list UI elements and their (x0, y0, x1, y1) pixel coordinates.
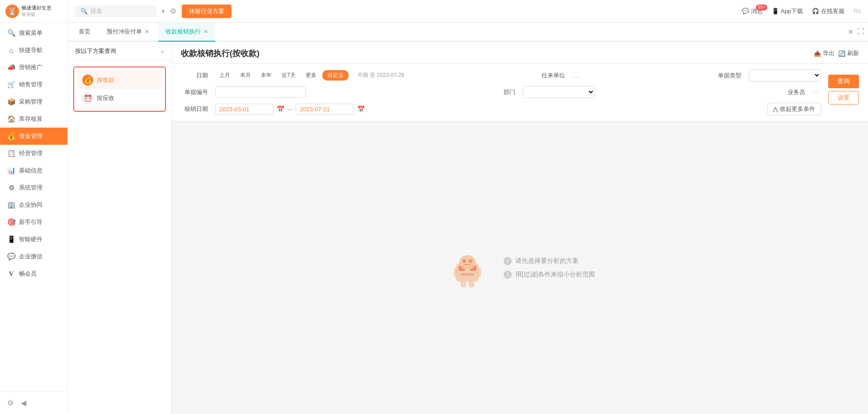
sidebar-item-label: 新手引导 (19, 218, 42, 226)
sidebar-item-hardware[interactable]: 📱 智能硬件 (0, 231, 67, 248)
tab-collection[interactable]: 收款核销执行 ✕ (158, 23, 215, 42)
sidebar-item-label: 采购管理 (19, 98, 42, 106)
sidebar-item-guide[interactable]: 🎯 新手引导 (0, 214, 67, 231)
sidebar-item-label: 经营管理 (19, 149, 42, 157)
start-calendar-icon[interactable]: 📅 (277, 105, 284, 113)
collapse-more-button[interactable]: ⋀ 收起更多条件 (767, 103, 821, 115)
service-icon: 🎧 (812, 8, 819, 14)
svg-point-10 (469, 259, 472, 263)
topbar-search[interactable]: 🔍 搜索 (75, 5, 156, 17)
tab-home[interactable]: 首页 (71, 23, 98, 42)
empty-tip-2: 2 用[过滤]条件来缩小分析范围 (504, 271, 595, 279)
marketing-icon: 📣 (7, 63, 15, 71)
page-title: 收款核销执行(按收款) (181, 48, 259, 59)
empty-text-list: 1 请先选择要分析的方案 2 用[过滤]条件来缩小分析范围 (504, 257, 595, 279)
sidebar-item-wechat[interactable]: 💬 企业微信 (0, 248, 67, 265)
collapse-sidebar-icon[interactable]: ◀ (21, 399, 26, 407)
sidebar-item-enterprise[interactable]: 🏢 企业协同 (0, 196, 67, 214)
date-label: 日期 (181, 71, 208, 80)
left-panel-title: 按以下方案查询 (75, 47, 116, 55)
receivable-icon: ⏰ (82, 93, 93, 104)
settings-button[interactable]: 设置 (828, 91, 859, 105)
sidebar-item-quicknav[interactable]: ⌂ 快捷导航 (0, 42, 67, 59)
query-button[interactable]: 查询 (828, 75, 859, 88)
tab-prepay[interactable]: 预付冲应付单 ✕ (99, 23, 156, 42)
date-btn-7days[interactable]: 近7天 (278, 70, 300, 81)
sidebar-item-inventory[interactable]: 🏠 库存核算 (0, 110, 67, 128)
wechat-icon: 💬 (7, 252, 15, 261)
app-logo: 🐰 畅捷通好生意 标准版 (0, 0, 67, 23)
date-btn-curr[interactable]: 本月 (236, 70, 255, 81)
message-button[interactable]: 💬 消息 99+ (742, 7, 763, 15)
verify-date-start-input[interactable] (215, 104, 274, 115)
settings-bottom-icon[interactable]: ⚙ (7, 399, 14, 407)
date-btn-custom[interactable]: 自定义 (322, 70, 349, 81)
filter-by-receipt[interactable]: 💰 按收款 (78, 71, 161, 89)
solution-button[interactable]: 休验行业方案 (182, 5, 231, 18)
app-icon: 📱 (772, 8, 779, 14)
sidebar-item-label: 企业协同 (19, 201, 42, 209)
filter-row-verifydate: 核销日期 📅 — 📅 ⋀ 收起更多条件 (181, 103, 821, 115)
date-separator: — (287, 106, 293, 113)
tab-prepay-close[interactable]: ✕ (145, 29, 149, 35)
empty-tip-1-text: 请先选择要分析的方案 (515, 257, 579, 265)
sidebar-item-basic[interactable]: 📊 基础信息 (0, 162, 67, 179)
operation-icon: 📋 (7, 149, 15, 157)
dept-select[interactable] (523, 86, 595, 98)
refresh-button[interactable]: 🔄 刷新 (838, 49, 859, 57)
sidebar-item-system[interactable]: ⚙ 系统管理 (0, 179, 67, 196)
sidebar-item-purchase[interactable]: 📦 采购管理 (0, 93, 67, 110)
sidebar-item-label: 搜索菜单 (19, 29, 42, 37)
gear-icon[interactable]: ⚙ (170, 7, 176, 15)
filter-by-receivable-label: 按应收 (97, 94, 114, 102)
enterprise-icon: 🏢 (7, 201, 15, 209)
export-button[interactable]: 📤 导出 (814, 49, 835, 57)
tab-collection-close[interactable]: ✕ (203, 29, 208, 35)
left-panel-collapse-icon[interactable]: » (161, 48, 164, 55)
empty-state: 1 请先选择要分析的方案 2 用[过滤]条件来缩小分析范围 (172, 121, 868, 414)
service-label: 在线客服 (821, 7, 844, 15)
dropdown-icon[interactable]: ▾ (162, 8, 165, 14)
svg-rect-7 (469, 281, 474, 287)
online-service-button[interactable]: 🎧 在线客服 (812, 7, 844, 15)
doc-no-input[interactable] (215, 86, 306, 98)
sidebar-item-search[interactable]: 🔍 搜索菜单 (0, 24, 67, 42)
sidebar-item-marketing[interactable]: 📣 营销推广 (0, 59, 67, 76)
close-all-tabs-icon[interactable]: ✕ (848, 28, 854, 36)
refresh-icon: 🔄 (838, 50, 845, 57)
collapse-icon: ⋀ (773, 106, 778, 113)
filter-by-receipt-label: 按收款 (97, 76, 114, 84)
filter-by-receivable[interactable]: ⏰ 按应收 (78, 89, 161, 107)
sidebar-item-member[interactable]: V 畅会员 (0, 265, 67, 282)
partner-input[interactable]: ... (572, 71, 581, 80)
main-area: 🔍 搜索 ▾ ⚙ 休验行业方案 💬 消息 99+ 📱 App下载 🎧 在线客服 … (68, 0, 868, 414)
sidebar-item-label: 畅会员 (19, 270, 37, 278)
inventory-icon: 🏠 (7, 115, 15, 123)
verify-date-end-input[interactable] (296, 104, 354, 115)
content-area: 按以下方案查询 » 💰 按收款 ⏰ 按应收 收款核销执行(按收款) (68, 42, 868, 414)
app-download-button[interactable]: 📱 App下载 (772, 7, 803, 15)
doc-no-label: 单据编号 (181, 88, 208, 96)
salesperson-input[interactable]: ··· (812, 88, 821, 96)
sidebar-item-sales[interactable]: 🛒 销售管理 (0, 76, 67, 93)
sidebar-item-finance[interactable]: 💰 资金管理 (0, 128, 67, 145)
logo-name: 畅捷通好生意 (22, 5, 52, 11)
svg-rect-5 (477, 268, 481, 277)
svg-rect-3 (461, 273, 474, 276)
collapse-label: 收起更多条件 (780, 105, 815, 113)
member-icon: V (7, 270, 15, 278)
end-calendar-icon[interactable]: 📅 (357, 105, 365, 113)
sidebar-bottom: ⚙ ◀ (0, 391, 67, 414)
doc-type-select[interactable] (749, 69, 821, 81)
receipt-icon: 💰 (82, 75, 93, 86)
sidebar-item-operation[interactable]: 📋 经营管理 (0, 145, 67, 162)
expand-icon[interactable]: ⛶ (857, 28, 864, 36)
search-placeholder: 搜索 (90, 7, 102, 15)
left-panel: 按以下方案查询 » 💰 按收款 ⏰ 按应收 (68, 42, 172, 414)
date-btn-prev[interactable]: 上月 (215, 70, 234, 81)
date-btn-more[interactable]: 更多 (302, 70, 321, 81)
tabbar: 首页 预付冲应付单 ✕ 收款核销执行 ✕ ✕ ⛶ (68, 23, 868, 42)
date-btn-year[interactable]: 本年 (257, 70, 276, 81)
search-icon: 🔍 (80, 8, 88, 14)
dept-label: 部门 (488, 88, 515, 96)
